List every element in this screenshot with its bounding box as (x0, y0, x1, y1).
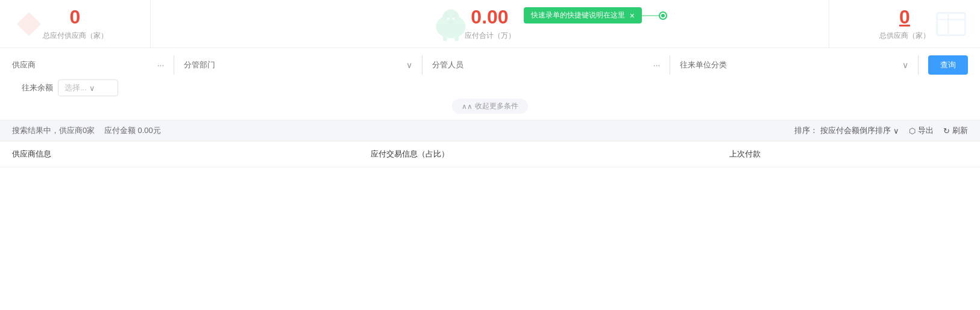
fold-button[interactable]: ∧∧ 收起更多条件 (452, 99, 528, 114)
department-chevron-icon[interactable]: ∨ (406, 60, 412, 70)
export-label: 导出 (918, 125, 934, 136)
unit-class-input[interactable] (732, 61, 900, 70)
total-payable-count: 0 (70, 7, 81, 28)
person-input[interactable] (468, 61, 651, 70)
payable-total-content: 0.00 应付合计（万） (465, 7, 515, 40)
person-filter-label: 分管人员 (432, 60, 463, 70)
filter-section: 供应商 ··· 分管部门 ∨ 分管人员 ··· 往来单位分类 ∨ 查询 往来余额… (0, 48, 980, 120)
payable-total-value: 0.00 (471, 7, 508, 28)
refresh-label: 刷新 (952, 125, 968, 136)
tooltip-text: 快速录单的快捷键说明在这里 (531, 10, 625, 20)
results-summary: 搜索结果中，供应商0家 应付金额 0.00元 (12, 125, 161, 136)
unit-class-filter: 往来单位分类 ∨ (670, 55, 919, 75)
table-body (0, 167, 980, 310)
payable-total-label: 应付合计（万） (465, 31, 515, 41)
fold-bar: ∧∧ 收起更多条件 (12, 99, 968, 114)
department-input[interactable] (220, 61, 404, 70)
pig-bg-icon (430, 3, 472, 45)
sort-selector[interactable]: 排序： 按应付会额倒序排序 ∨ (794, 125, 899, 136)
balance-filter: 往来余额 选择... ∨ (12, 79, 128, 96)
diamond-bg-icon: ¥ (12, 7, 46, 41)
svg-point-6 (447, 17, 449, 20)
sort-prefix: 排序： (794, 125, 818, 136)
sort-chevron-icon: ∨ (893, 126, 899, 135)
supplier-filter-label: 供应商 (12, 60, 36, 70)
svg-point-7 (452, 17, 454, 20)
stat-total-payable-suppliers: ¥ 0 总应付供应商（家） (0, 0, 151, 48)
balance-label: 往来余额 (22, 82, 53, 93)
refresh-icon: ↻ (943, 126, 950, 135)
table-bg-icon (934, 7, 968, 41)
svg-point-8 (448, 20, 453, 23)
export-icon: ⬡ (909, 126, 916, 135)
supplier-more-icon[interactable]: ··· (157, 60, 165, 70)
results-amount: 应付金额 0.00元 (104, 126, 161, 135)
unit-class-label: 往来单位分类 (680, 60, 727, 70)
department-filter-label: 分管部门 (184, 60, 215, 70)
total-payable-label: 总应付供应商（家） (43, 31, 108, 41)
balance-placeholder: 选择... (64, 82, 87, 93)
supplier-filter: 供应商 ··· (12, 55, 174, 75)
fold-up-icon: ∧∧ (462, 102, 473, 111)
stat-payable-total: 0.00 应付合计（万） 快速录单的快捷键说明在这里 × (151, 0, 829, 48)
stat-total-suppliers: 0 总供应商（家） (829, 0, 980, 48)
results-bar: 搜索结果中，供应商0家 应付金额 0.00元 排序： 按应付会额倒序排序 ∨ ⬡… (0, 120, 980, 141)
person-filter: 分管人员 ··· (422, 55, 671, 75)
unit-class-chevron-icon[interactable]: ∨ (902, 60, 908, 70)
svg-rect-9 (442, 34, 447, 41)
refresh-button[interactable]: ↻ 刷新 (943, 125, 968, 136)
tooltip-dot (660, 13, 666, 19)
col-last-pay-header: 上次付款 (729, 149, 969, 160)
svg-rect-11 (937, 13, 966, 35)
filter-row-1: 供应商 ··· 分管部门 ∨ 分管人员 ··· 往来单位分类 ∨ 查询 (12, 55, 968, 75)
shortcut-tooltip: 快速录单的快捷键说明在这里 × (524, 7, 642, 23)
svg-text:¥: ¥ (27, 19, 31, 28)
person-more-icon[interactable]: ··· (653, 60, 661, 70)
results-actions: 排序： 按应付会额倒序排序 ∨ ⬡ 导出 ↻ 刷新 (794, 125, 968, 136)
supplier-input[interactable] (40, 61, 155, 70)
col-supplier-header: 供应商信息 (12, 149, 371, 160)
total-suppliers-label: 总供应商（家） (879, 31, 930, 41)
stats-bar: ¥ 0 总应付供应商（家） 0.00 应付合计（万） 快速录单的快捷键说明在这里… (0, 0, 980, 48)
col-payable-header: 应付交易信息（占比） (371, 149, 729, 160)
results-summary-text: 搜索结果中，供应商0家 (12, 126, 95, 135)
filter-row-2: 往来余额 选择... ∨ (12, 79, 968, 96)
query-button[interactable]: 查询 (928, 55, 968, 75)
table-header: 供应商信息 应付交易信息（占比） 上次付款 (0, 141, 980, 167)
balance-select[interactable]: 选择... ∨ (58, 79, 118, 96)
fold-button-label: 收起更多条件 (475, 101, 518, 111)
total-suppliers-value: 0 (899, 7, 910, 28)
department-filter: 分管部门 ∨ (174, 55, 422, 75)
tooltip-close-button[interactable]: × (630, 11, 635, 20)
export-button[interactable]: ⬡ 导出 (909, 125, 934, 136)
svg-rect-10 (454, 34, 459, 41)
balance-chevron-icon: ∨ (89, 84, 95, 93)
sort-option-label: 按应付会额倒序排序 (820, 125, 891, 136)
